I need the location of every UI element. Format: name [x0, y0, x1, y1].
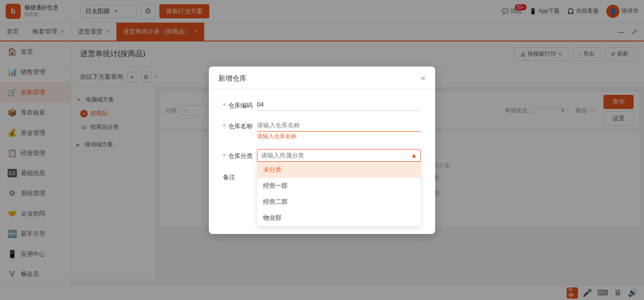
warehouse-code-input[interactable] [257, 99, 421, 111]
warehouse-category-label-text: 仓库分类 [228, 152, 253, 159]
warehouse-code-input-wrap [257, 99, 421, 111]
warehouse-name-input[interactable] [257, 119, 421, 132]
warehouse-category-input[interactable] [257, 149, 421, 162]
form-row-warehouse-code: * 仓库编码 [223, 99, 421, 111]
required-star-3: * [223, 152, 225, 159]
warehouse-category-select-wrap: ▲ 未分类 经营一部 经营二部 物业部 [257, 149, 421, 162]
category-dropdown-arrow[interactable]: ▲ [411, 151, 417, 159]
modal-title: 新增仓库 [218, 74, 247, 83]
warehouse-code-label-text: 仓库编码 [228, 102, 253, 109]
category-dropdown-list: 未分类 经营一部 经营二部 物业部 [257, 162, 421, 226]
modal-close-button[interactable]: × [421, 74, 426, 83]
dropdown-item-property[interactable]: 物业部 [257, 210, 421, 226]
dropdown-uncategorized-label: 未分类 [263, 166, 281, 173]
modal-body: * 仓库编码 * 仓库名称 请输入仓库名称 [209, 89, 435, 210]
warehouse-name-label-text: 仓库名称 [228, 123, 253, 130]
warehouse-name-label: * 仓库名称 [223, 119, 257, 131]
modal-dialog: 新增仓库 × * 仓库编码 * 仓库名称 [209, 67, 435, 234]
dropdown-dept1-label: 经营一部 [263, 182, 288, 189]
warehouse-category-label: * 仓库分类 [223, 149, 257, 160]
dropdown-property-label: 物业部 [263, 214, 281, 221]
warehouse-code-label: * 仓库编码 [223, 99, 257, 110]
warehouse-name-input-wrap: 请输入仓库名称 [257, 119, 421, 141]
dropdown-dept2-label: 经营二部 [263, 198, 288, 205]
required-star-2: * [223, 123, 225, 130]
form-row-warehouse-category: * 仓库分类 ▲ 未分类 经营一部 经营二部 [223, 149, 421, 162]
modal-header: 新增仓库 × [209, 67, 435, 89]
remark-label: 备注 [223, 170, 257, 182]
dropdown-item-uncategorized[interactable]: 未分类 [257, 162, 421, 178]
dropdown-item-dept2[interactable]: 经营二部 [257, 194, 421, 210]
form-row-warehouse-name: * 仓库名称 请输入仓库名称 [223, 119, 421, 141]
modal-overlay[interactable]: 新增仓库 × * 仓库编码 * 仓库名称 [0, 0, 644, 300]
required-star: * [223, 102, 225, 109]
warehouse-name-error: 请输入仓库名称 [257, 133, 421, 141]
dropdown-item-dept1[interactable]: 经营一部 [257, 178, 421, 194]
